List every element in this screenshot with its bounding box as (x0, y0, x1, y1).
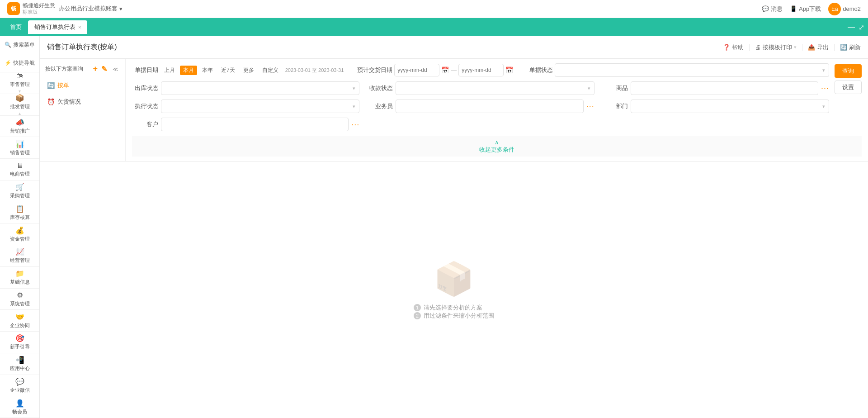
content-area: 销售订单执行表(按单) ❓ 帮助 🖨 按模板打印 ▾ 📤 导出 (40, 36, 868, 418)
expected-date-end-input[interactable] (458, 64, 504, 76)
sidebar-item-system[interactable]: ⚙ 系统管理 (0, 289, 39, 310)
delivery-status-select[interactable]: ▾ (161, 81, 359, 95)
customer-dots-button[interactable]: ··· (351, 120, 359, 129)
basic-icon: 📁 (15, 269, 24, 278)
logo-area: 畅 畅捷通好生意 标准版 (7, 2, 55, 15)
tab-bar-actions: — ⤢ (848, 23, 864, 32)
sidebar-item-retail[interactable]: 🛍 零售管理 ▾ (0, 72, 39, 94)
sidebar-item-wechat[interactable]: 💬 企业微信 (0, 375, 39, 397)
customer-input[interactable] (161, 118, 349, 131)
scheme-edit-button[interactable]: ✎ (101, 65, 107, 73)
sidebar-item-appstore[interactable]: 📲 应用中心 (0, 353, 39, 375)
customer-field: 客户 ··· (132, 118, 359, 131)
scheme-collapse-button[interactable]: ≪ (111, 65, 120, 74)
date-tab-last7[interactable]: 近7天 (218, 66, 238, 75)
member-icon: 👤 (15, 399, 24, 408)
message-button[interactable]: 💬 消息 (762, 5, 783, 13)
operation-icon: 📈 (15, 247, 24, 256)
scheme-item-by-order[interactable]: 🔄 按单 (40, 77, 125, 94)
sidebar-item-operation[interactable]: 📈 经营管理 (0, 245, 39, 267)
payment-status-select[interactable]: ▾ (396, 81, 594, 95)
sidebar-item-sales[interactable]: 📊 销售管理 (0, 137, 39, 159)
sidebar-item-newbie[interactable]: 🎯 新手引导 (0, 332, 39, 353)
payment-status-field: 收款状态 ▾ (367, 81, 594, 95)
product-dots-button[interactable]: ··· (821, 84, 829, 93)
sidebar-item-ecommerce[interactable]: 🖥 电商管理 (0, 159, 39, 180)
empty-step-1: 1 请先选择要分析的方案 (414, 304, 494, 312)
scheme-header: 按以下方案查询 + ✎ ≪ (40, 62, 125, 77)
status-select[interactable]: ▾ (555, 63, 829, 77)
sidebar-item-basic[interactable]: 📁 基础信息 (0, 267, 39, 289)
tab-sales-order[interactable]: 销售订单执行表 × (28, 20, 87, 34)
tab-bar: 首页 销售订单执行表 × — ⤢ (0, 18, 868, 36)
sidebar-search-button[interactable]: 🔍 搜索菜单 (0, 36, 39, 54)
sidebar-item-finance[interactable]: 💰 资金管理 (0, 223, 39, 245)
export-icon: 📤 (808, 44, 815, 51)
collapse-bar[interactable]: ∧ 收起更多条件 (132, 136, 862, 157)
scheme-item-arrears[interactable]: ⏰ 欠货情况 (40, 94, 125, 110)
page-header-actions: ❓ 帮助 🖨 按模板打印 ▾ 📤 导出 🔄 刷新 (723, 43, 861, 52)
scheme-add-button[interactable]: + (93, 64, 98, 74)
empty-state: 📦 1 请先选择要分析的方案 2 用过滤条件来缩小分析范围 (40, 162, 868, 418)
shortcut-icon: ⚡ (5, 60, 11, 66)
query-button[interactable]: 查询 (835, 64, 862, 78)
sidebar-item-purchase[interactable]: 🛒 采购管理 (0, 180, 39, 202)
filter-fields-area: 单据日期 上月 本月 本年 近7天 更多 自定义 2023-03-01 至 20… (132, 63, 829, 136)
department-arrow-icon: ▾ (822, 104, 825, 109)
print-button[interactable]: 🖨 按模板打印 ▾ (755, 43, 797, 52)
tab-home[interactable]: 首页 (4, 20, 28, 34)
sidebar-shortcut-button[interactable]: ⚡ 快捷导航 (0, 54, 39, 72)
wholesale-icon: 📦 (15, 94, 24, 102)
sales-icon: 📊 (15, 140, 24, 148)
page-header: 销售订单执行表(按单) ❓ 帮助 🖨 按模板打印 ▾ 📤 导出 (40, 36, 868, 59)
help-button[interactable]: ❓ 帮助 (723, 43, 744, 52)
filter-actions-area: 查询 设置 (829, 63, 862, 94)
date-tabs-group: 上月 本月 本年 近7天 更多 自定义 2023-03-01 至 2023-03… (161, 66, 344, 75)
logo-icon: 畅 (7, 2, 20, 15)
date-tab-this-year[interactable]: 本年 (199, 66, 216, 75)
logo-text-block: 畅捷通好生意 标准版 (23, 2, 55, 15)
refresh-icon: 🔄 (840, 44, 847, 51)
exec-status-select[interactable]: ▾ (161, 100, 359, 113)
sidebar-item-member[interactable]: 👤 畅会员 (0, 396, 39, 418)
app-download-button[interactable]: 📱 App下载 (790, 5, 821, 13)
empty-step-2: 2 用过滤条件来缩小分析范围 (414, 312, 494, 320)
newbie-icon: 🎯 (15, 334, 24, 342)
window-maximize-button[interactable]: ⤢ (859, 23, 864, 32)
sidebar-item-marketing[interactable]: 📣 营销推广 (0, 116, 39, 138)
sidebar-item-inventory[interactable]: 📋 库存核算 (0, 202, 39, 224)
date-tab-more[interactable]: 更多 (240, 66, 257, 75)
expected-date-start-input[interactable] (394, 64, 439, 76)
product-input[interactable] (631, 81, 818, 95)
retail-arrow-icon: ▾ (19, 89, 21, 94)
department-select[interactable]: ▾ (631, 100, 829, 113)
system-icon: ⚙ (17, 291, 23, 299)
salesperson-input[interactable] (396, 100, 583, 113)
user-menu[interactable]: Ea demo2 (828, 3, 861, 15)
window-minimize-button[interactable]: — (848, 23, 855, 32)
scheme-arrears-icon: ⏰ (47, 98, 55, 105)
sidebar-item-wholesale[interactable]: 📦 批发管理 ▴ (0, 94, 39, 116)
logo-sub: 标准版 (23, 9, 55, 15)
sidebar-item-enterprise[interactable]: 🤝 企业协同 (0, 310, 39, 332)
salesperson-label: 业务员 (367, 102, 393, 110)
print-dropdown-icon[interactable]: ▾ (794, 44, 797, 50)
date-tab-this-month[interactable]: 本月 (180, 66, 197, 75)
main-layout: 🔍 搜索菜单 ⚡ 快捷导航 🛍 零售管理 ▾ 📦 批发管理 ▴ 📣 营销推广 📊… (0, 36, 868, 418)
query-settings-buttons: 查询 设置 (835, 64, 862, 94)
cal-end-icon[interactable]: 📅 (505, 66, 513, 74)
avatar: Ea (828, 3, 841, 15)
refresh-button[interactable]: 🔄 刷新 (840, 43, 861, 52)
delivery-arrow-icon: ▾ (353, 86, 355, 91)
filter-and-body: 按以下方案查询 + ✎ ≪ 🔄 按单 ⏰ 欠货情况 (40, 59, 868, 418)
salesperson-dots-button[interactable]: ··· (586, 102, 594, 111)
product-label: 商品 (602, 84, 628, 92)
scheme-by-order-icon: 🔄 (47, 82, 55, 89)
tab-close-icon[interactable]: × (78, 24, 81, 30)
cal-start-icon[interactable]: 📅 (441, 66, 449, 74)
date-tab-prev-month[interactable]: 上月 (161, 66, 178, 75)
export-button[interactable]: 📤 导出 (808, 43, 829, 52)
settings-button[interactable]: 设置 (835, 81, 862, 94)
date-tab-custom[interactable]: 自定义 (259, 66, 282, 75)
breadcrumb-arrow-icon[interactable]: ▾ (119, 5, 123, 12)
